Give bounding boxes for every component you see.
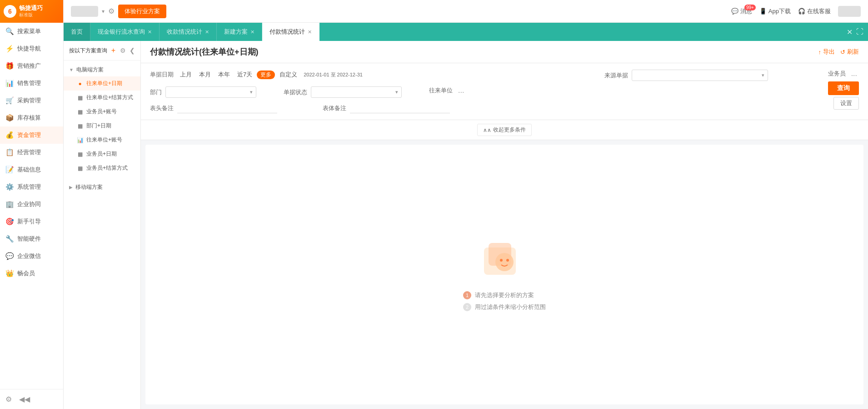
tabbar-actions: ✕ ⛶: [842, 23, 868, 41]
empty-tips: 1 请先选择要分析的方案 2 用过滤条件来缩小分析范围: [463, 291, 546, 311]
sidebar-item-member[interactable]: 👑 畅会员: [0, 265, 63, 282]
sidebar-item-sales[interactable]: 📊 销售管理: [0, 75, 63, 92]
sidebar-item-purchase[interactable]: 🛒 采购管理: [0, 92, 63, 109]
scheme-settings-icon[interactable]: ⚙: [120, 47, 126, 54]
tab-bank-close[interactable]: ✕: [148, 29, 152, 35]
tab-payment-close[interactable]: ✕: [308, 29, 312, 35]
app-download-btn[interactable]: 📱 App下载: [759, 7, 791, 15]
scheme-group-desktop: ▼ 电脑端方案 ● 往来单位+日期 ▦ 往来单位+结算方式 ▦ 业务员+账号 ▦: [64, 61, 140, 178]
sidebar-item-basic[interactable]: 📝 基础信息: [0, 161, 63, 178]
scheme-item-salesman-account[interactable]: ▦ 业务员+账号: [64, 105, 140, 119]
tabbar: 首页 现金银行流水查询 ✕ 收款情况统计 ✕ 新建方案 ✕ 付款情况统计 ✕ ✕…: [64, 23, 868, 41]
date-btn-7days[interactable]: 近7天: [234, 70, 255, 80]
sidebar-item-finance[interactable]: 💰 资金管理: [0, 126, 63, 144]
sidebar: 6 畅捷通巧 标准版 🔍 搜索菜单 ⚡ 快捷导航 🎁 营销推广 📊 销售管理 🛒…: [0, 0, 64, 409]
unit-dots[interactable]: ...: [456, 86, 466, 95]
tab-close-all-btn[interactable]: ✕: [847, 28, 853, 36]
sidebar-item-operation[interactable]: 📋 经营管理: [0, 144, 63, 161]
tab-bank[interactable]: 现金银行流水查询 ✕: [90, 23, 160, 41]
scheme-table-icon4: ▦: [76, 151, 84, 158]
date-btn-more[interactable]: 更多: [257, 71, 275, 79]
scheme-item-unit-account[interactable]: 📊 往来单位+账号: [64, 133, 140, 147]
trial-btn[interactable]: 体验行业方案: [118, 5, 166, 18]
source-select[interactable]: [632, 70, 768, 81]
export-icon: ↑: [818, 49, 822, 56]
body-note-input[interactable]: [350, 103, 450, 113]
user-profile-avatar[interactable]: [838, 6, 861, 17]
scheme-group-desktop-header[interactable]: ▼ 电脑端方案: [64, 63, 140, 76]
scheme-item-dept-date[interactable]: ▦ 部门+日期: [64, 119, 140, 133]
tab-receipt[interactable]: 收款情况统计 ✕: [160, 23, 217, 41]
dept-select-wrap: [165, 86, 256, 98]
topbar-right: 💬 消息 99+ 📱 App下载 🎧 在线客服: [731, 6, 861, 17]
tab-receipt-close[interactable]: ✕: [205, 29, 209, 35]
svg-point-4: [506, 259, 509, 262]
tab-expand-btn[interactable]: ⛶: [856, 28, 863, 36]
left-panel: 按以下方案查询 + ⚙ ❮ ▼ 电脑端方案 ● 往来单位+日期 ▦: [64, 41, 141, 409]
collapse-icon: ∧∧: [483, 127, 491, 133]
filter-settings-btn[interactable]: 设置: [833, 97, 859, 110]
dropdown-icon[interactable]: ▾: [102, 8, 105, 15]
date-btn-custom[interactable]: 自定义: [277, 70, 300, 80]
sidebar-item-system[interactable]: ⚙️ 系统管理: [0, 178, 63, 196]
docstatus-select[interactable]: [311, 86, 402, 98]
sidebar-item-guide[interactable]: 🎯 新手引导: [0, 213, 63, 230]
user-avatar: [71, 6, 98, 17]
service-btn[interactable]: 🎧 在线客服: [798, 7, 831, 15]
tab-new-close[interactable]: ✕: [250, 29, 254, 35]
app-icon: 📱: [759, 8, 767, 15]
topbar-settings-icon[interactable]: ⚙: [108, 7, 115, 15]
empty-tip-2: 2 用过滤条件来缩小分析范围: [463, 303, 546, 311]
collapse-btn[interactable]: ∧∧ 收起更多条件: [477, 124, 532, 136]
logo-icon: 6: [4, 5, 16, 18]
scheme-item-unit-date[interactable]: ● 往来单位+日期: [64, 76, 140, 91]
sidebar-settings-btn[interactable]: ⚙: [4, 393, 14, 405]
scheme-group-mobile-header[interactable]: ▶ 移动端方案: [64, 181, 140, 194]
date-range: 2022-01-01 至 2022-12-31: [304, 71, 363, 78]
tab-payment[interactable]: 付款情况统计 ✕: [262, 23, 319, 41]
filter-salesman-item: 业务员 ... 查询 设置: [828, 70, 859, 110]
refresh-icon: ↺: [840, 49, 845, 56]
sidebar-collapse-btn[interactable]: ◀◀: [17, 393, 32, 405]
mobile-group-arrow: ▶: [69, 185, 73, 190]
export-btn[interactable]: ↑ 导出: [818, 48, 835, 56]
dept-select[interactable]: [165, 86, 256, 98]
refresh-btn[interactable]: ↺ 刷新: [840, 48, 859, 56]
tab-new[interactable]: 新建方案 ✕: [217, 23, 262, 41]
filter-dept-item: 部门: [150, 86, 256, 98]
tab-home[interactable]: 首页: [64, 23, 90, 41]
sidebar-item-quick[interactable]: ⚡ 快捷导航: [0, 40, 63, 57]
sidebar-item-company[interactable]: 🏢 企业协同: [0, 196, 63, 213]
scheme-item-salesman-settlement[interactable]: ▦ 业务员+结算方式: [64, 161, 140, 175]
sidebar-nav: 🔍 搜索菜单 ⚡ 快捷导航 🎁 营销推广 📊 销售管理 🛒 采购管理 📦 库存核…: [0, 23, 63, 389]
filter-unit-item: 往来单位 ...: [429, 86, 466, 95]
filter-area: 单据日期 上月 本月 本年 近7天 更多 自定义 2022-01-01 至 20…: [141, 63, 868, 120]
sidebar-item-marketing[interactable]: 🎁 营销推广: [0, 57, 63, 75]
scheme-item-unit-settlement[interactable]: ▦ 往来单位+结算方式: [64, 91, 140, 105]
salesman-dots[interactable]: ...: [849, 70, 859, 78]
quick-icon: ⚡: [5, 45, 14, 53]
empty-tip-1: 1 请先选择要分析的方案: [463, 291, 546, 299]
date-btn-this-year[interactable]: 本年: [215, 70, 233, 80]
empty-state: 1 请先选择要分析的方案 2 用过滤条件来缩小分析范围: [145, 145, 863, 404]
left-panel-icons: + ⚙ ❮: [110, 45, 135, 56]
query-btn[interactable]: 查询: [828, 81, 859, 95]
date-btn-last-month[interactable]: 上月: [177, 70, 195, 80]
right-content: 付款情况统计(往来单位+日期) ↑ 导出 ↺ 刷新: [141, 41, 868, 409]
sidebar-item-inventory[interactable]: 📦 库存核算: [0, 109, 63, 126]
add-scheme-btn[interactable]: +: [110, 45, 116, 56]
header-note-input[interactable]: [177, 103, 277, 113]
topbar: ▾ ⚙ 体验行业方案 💬 消息 99+ 📱 App下载 🎧 在线客服: [64, 0, 868, 23]
panel-collapse-icon[interactable]: ❮: [130, 47, 135, 54]
scheme-table-icon: ▦: [76, 94, 84, 101]
date-btn-this-month[interactable]: 本月: [196, 70, 214, 80]
message-btn[interactable]: 💬 消息 99+: [731, 7, 752, 15]
sidebar-item-search[interactable]: 🔍 搜索菜单: [0, 23, 63, 40]
sidebar-item-weixin[interactable]: 💬 企业微信: [0, 247, 63, 265]
scheme-item-salesman-date[interactable]: ▦ 业务员+日期: [64, 147, 140, 161]
scheme-table-icon3: ▦: [76, 122, 84, 130]
system-icon: ⚙️: [5, 183, 14, 191]
scheme-chart-icon: 📊: [76, 136, 84, 144]
sidebar-item-hardware[interactable]: 🔧 智能硬件: [0, 230, 63, 247]
empty-svg: [477, 238, 532, 284]
